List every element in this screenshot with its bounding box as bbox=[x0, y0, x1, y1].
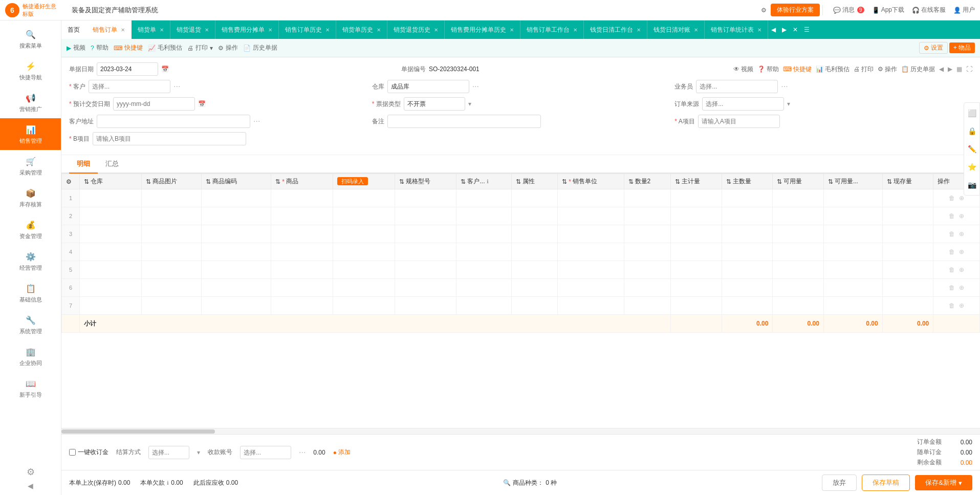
industry-btn[interactable]: 体验行业方案 bbox=[771, 4, 820, 16]
copy-icon-7[interactable]: ⊕ bbox=[959, 302, 964, 309]
tab-sales-fee-split[interactable]: 销售费用分摊单 ✕ bbox=[215, 20, 279, 39]
delivery-calendar-icon[interactable]: 📅 bbox=[198, 100, 206, 107]
scroll-thumb[interactable] bbox=[61, 429, 215, 434]
invoice-input[interactable] bbox=[404, 97, 465, 111]
cell-main-unit-3[interactable] bbox=[671, 225, 722, 243]
addr-input[interactable] bbox=[97, 115, 250, 128]
cell-qty2-2[interactable] bbox=[624, 207, 671, 225]
cell-cust-3[interactable] bbox=[456, 225, 511, 243]
cell-code-1[interactable] bbox=[202, 189, 271, 207]
payment-arrow[interactable]: ▾ bbox=[197, 449, 200, 456]
warehouse-more-btn[interactable]: ··· bbox=[472, 82, 479, 91]
profit-btn[interactable]: 📈 毛利预估 bbox=[148, 44, 182, 52]
cell-main-unit-7[interactable] bbox=[671, 297, 722, 315]
cell-cust-6[interactable] bbox=[456, 279, 511, 297]
cell-avail2-4[interactable] bbox=[823, 243, 882, 261]
cell-img-5[interactable] bbox=[141, 261, 202, 279]
tab-close-fee-split[interactable]: ✕ bbox=[268, 27, 272, 33]
cell-current-4[interactable] bbox=[882, 243, 933, 261]
remark-input[interactable] bbox=[387, 115, 541, 128]
cell-attr-6[interactable] bbox=[511, 279, 558, 297]
tab-nav-next[interactable]: ▶ bbox=[779, 26, 790, 33]
right-icon-2[interactable]: 🔒 bbox=[964, 123, 979, 139]
cell-avail2-2[interactable] bbox=[823, 207, 882, 225]
right-icon-1[interactable]: ⬜ bbox=[964, 105, 979, 121]
cell-unit-7[interactable] bbox=[558, 297, 624, 315]
tab-order-history[interactable]: 销售订单历史 ✕ bbox=[279, 20, 336, 39]
cell-warehouse-1[interactable] bbox=[80, 189, 142, 207]
tab-close-sales-refund[interactable]: ✕ bbox=[205, 27, 209, 33]
cell-main-unit-2[interactable] bbox=[671, 207, 722, 225]
right-icon-4[interactable]: ⭐ bbox=[964, 159, 979, 175]
th-qty2[interactable]: ⇅ 数量2 bbox=[624, 174, 671, 189]
cell-unit-6[interactable] bbox=[558, 279, 624, 297]
scan-btn[interactable]: 扫码录入 bbox=[337, 177, 368, 185]
cell-code-7[interactable] bbox=[202, 297, 271, 315]
cell-main-qty-6[interactable] bbox=[722, 279, 773, 297]
project-b-input[interactable] bbox=[93, 132, 246, 145]
cell-qty2-6[interactable] bbox=[624, 279, 671, 297]
cell-qty2-3[interactable] bbox=[624, 225, 671, 243]
cell-warehouse-6[interactable] bbox=[80, 279, 142, 297]
cell-scan-3[interactable] bbox=[333, 225, 395, 243]
scroll-bar[interactable] bbox=[61, 428, 980, 434]
cell-img-3[interactable] bbox=[141, 225, 202, 243]
cell-attr-1[interactable] bbox=[511, 189, 558, 207]
cell-spec-1[interactable] bbox=[395, 189, 456, 207]
copy-icon-1[interactable]: ⊕ bbox=[959, 195, 964, 202]
user-btn[interactable]: 👤 用户 bbox=[953, 6, 975, 14]
th-product[interactable]: ⇅ * 商品 bbox=[271, 174, 333, 189]
grid-icon[interactable]: ▦ bbox=[956, 66, 962, 73]
cell-scan-6[interactable] bbox=[333, 279, 395, 297]
cell-cust-4[interactable] bbox=[456, 243, 511, 261]
cell-avail-2[interactable] bbox=[773, 207, 824, 225]
history-btn[interactable]: 📄 历史单据 bbox=[243, 44, 277, 52]
cell-current-6[interactable] bbox=[882, 279, 933, 297]
cell-product-4[interactable] bbox=[271, 243, 333, 261]
copy-icon-3[interactable]: ⊕ bbox=[959, 230, 964, 238]
date-input[interactable] bbox=[97, 62, 158, 76]
cell-avail-3[interactable] bbox=[773, 225, 824, 243]
cell-product-5[interactable] bbox=[271, 261, 333, 279]
cell-avail2-1[interactable] bbox=[823, 189, 882, 207]
cell-unit-2[interactable] bbox=[558, 207, 624, 225]
cell-scan-4[interactable] bbox=[333, 243, 395, 261]
copy-icon-6[interactable]: ⊕ bbox=[959, 284, 964, 291]
cell-scan-1[interactable] bbox=[333, 189, 395, 207]
cell-avail-6[interactable] bbox=[773, 279, 824, 297]
th-attr[interactable]: ⇅ 属性 bbox=[511, 174, 558, 189]
cell-spec-2[interactable] bbox=[395, 207, 456, 225]
th-main-qty[interactable]: ⇅ 主数量 bbox=[722, 174, 773, 189]
settings-icon-bottom[interactable]: ⚙ bbox=[27, 466, 35, 478]
project-a-input[interactable] bbox=[698, 115, 780, 128]
cell-scan-2[interactable] bbox=[333, 207, 395, 225]
copy-icon-4[interactable]: ⊕ bbox=[959, 248, 964, 255]
cell-scan-5[interactable] bbox=[333, 261, 395, 279]
cell-warehouse-3[interactable] bbox=[80, 225, 142, 243]
cell-spec-4[interactable] bbox=[395, 243, 456, 261]
sidebar-item-finance[interactable]: 💰 资金管理 bbox=[0, 213, 61, 245]
tab-sales-order[interactable]: 销售订单 ✕ bbox=[86, 20, 132, 39]
cell-product-3[interactable] bbox=[271, 225, 333, 243]
cell-code-2[interactable] bbox=[202, 207, 271, 225]
tab-sales-return[interactable]: 销货单 ✕ bbox=[132, 20, 170, 39]
delivery-input[interactable] bbox=[113, 97, 195, 111]
tab-cash-reconcile[interactable]: 钱货日清对账 ✕ bbox=[647, 20, 705, 39]
cell-unit-1[interactable] bbox=[558, 189, 624, 207]
tab-sales-refund[interactable]: 销货退货 ✕ bbox=[170, 20, 215, 39]
online-service-btn[interactable]: 🎧 在线客服 bbox=[912, 6, 946, 14]
th-current-qty[interactable]: ⇅ 现存量 bbox=[882, 174, 933, 189]
customer-input[interactable] bbox=[89, 80, 170, 93]
sidebar-item-operation[interactable]: ⚙️ 经营管理 bbox=[0, 245, 61, 277]
warehouse-input[interactable] bbox=[387, 80, 469, 93]
nav-next-icon[interactable]: ▶ bbox=[948, 66, 952, 73]
sidebar-item-enterprise[interactable]: 🏢 企业协同 bbox=[0, 340, 61, 372]
th-settings[interactable]: ⚙ bbox=[62, 174, 80, 189]
cell-main-unit-5[interactable] bbox=[671, 261, 722, 279]
customer-more-btn[interactable]: ··· bbox=[173, 82, 180, 91]
invoice-dropdown-icon[interactable]: ▾ bbox=[468, 100, 471, 107]
cell-current-5[interactable] bbox=[882, 261, 933, 279]
tab-mingxi[interactable]: 明细 bbox=[69, 155, 98, 174]
cell-scan-7[interactable] bbox=[333, 297, 395, 315]
cell-avail-1[interactable] bbox=[773, 189, 824, 207]
